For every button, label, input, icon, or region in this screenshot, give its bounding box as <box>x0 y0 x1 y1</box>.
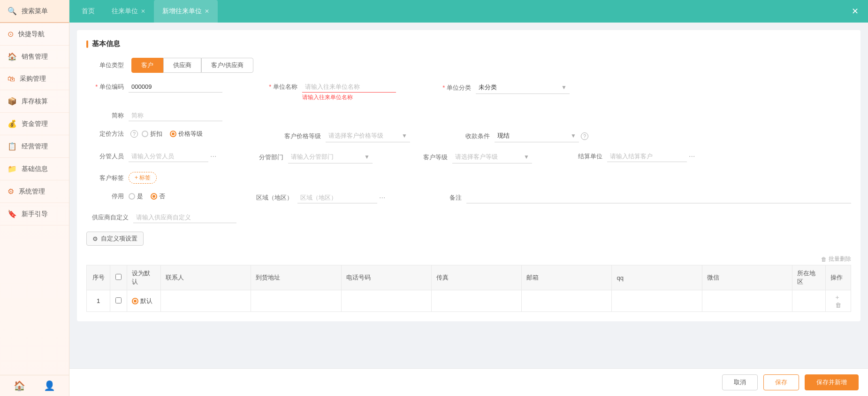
sidebar-item-guide[interactable]: 🔖 新手引导 <box>0 203 69 225</box>
row-fax-input[interactable] <box>436 295 517 306</box>
finance-icon: 💰 <box>8 119 17 128</box>
customer-price-level-select[interactable]: 请选择客户价格等级 ▼ <box>326 130 410 142</box>
row-checkbox[interactable] <box>115 297 122 303</box>
region-dots-btn[interactable]: ··· <box>379 194 385 202</box>
custom-settings-area: ⚙ 自定义项设置 <box>86 232 851 251</box>
cell-checkbox <box>110 290 127 312</box>
payment-terms-select[interactable]: 现结 ▼ <box>495 130 579 142</box>
sidebar-item-basic[interactable]: 📁 基础信息 <box>0 158 69 180</box>
unit-category-select[interactable]: 未分类 ▼ <box>476 81 570 94</box>
col-contact: 联系人 <box>160 265 251 290</box>
customer-level-arrow: ▼ <box>524 154 529 160</box>
save-new-button[interactable]: 保存并新增 <box>805 374 859 390</box>
section-title-text: 基本信息 <box>92 39 120 48</box>
cell-seq: 1 <box>87 290 110 312</box>
unit-btn-supplier[interactable]: 供应商 <box>163 58 201 73</box>
supplier-custom-input[interactable] <box>133 212 236 223</box>
row-add-btn[interactable]: ＋ <box>834 294 840 301</box>
search-icon: 🔍 <box>8 7 17 16</box>
disabled-radio-no[interactable]: 否 <box>151 192 165 201</box>
form-row-7: 供应商自定义 <box>86 212 851 223</box>
unit-code-input[interactable] <box>129 81 222 93</box>
tab-home[interactable]: 首页 <box>73 0 103 23</box>
col-default: 设为默认 <box>127 265 161 290</box>
row-qq-input[interactable] <box>617 295 697 306</box>
field-disabled: 停用 是 否 <box>86 192 236 201</box>
custom-settings-btn[interactable]: ⚙ 自定义项设置 <box>86 232 144 246</box>
row-address-input[interactable] <box>256 295 336 306</box>
unit-name-input[interactable] <box>302 81 396 93</box>
field-customer-price-level: 客户价格等级 请选择客户价格等级 ▼ <box>279 130 438 142</box>
manager-dots-btn[interactable]: ··· <box>210 152 216 161</box>
table-row: 1 默认 <box>87 290 851 312</box>
row-contact-input[interactable] <box>166 295 246 306</box>
col-wechat: 微信 <box>702 265 792 290</box>
guide-icon: 🔖 <box>8 210 17 218</box>
sidebar-item-system[interactable]: ⚙ 系统管理 <box>0 180 69 203</box>
tab-new-partner-close[interactable]: ✕ <box>205 8 209 15</box>
payment-terms-help-icon[interactable]: ? <box>581 132 588 140</box>
customer-price-level-label: 客户价格等级 <box>279 132 321 140</box>
sidebar-basic-label: 基础信息 <box>22 165 48 173</box>
row-email-input[interactable] <box>526 295 607 306</box>
col-address: 到货地址 <box>251 265 341 290</box>
field-supplier-custom: 供应商自定义 <box>86 212 265 223</box>
region-input[interactable] <box>297 192 377 203</box>
sidebar-item-operations[interactable]: 📋 经营管理 <box>0 135 69 158</box>
settlement-input[interactable] <box>607 151 687 162</box>
customer-price-level-placeholder: 请选择客户价格等级 <box>328 132 400 140</box>
header-checkbox[interactable] <box>115 274 122 280</box>
form-row-5: 客户标签 + 标签 <box>86 172 851 184</box>
main-area: 首页 往来单位 ✕ 新增往来单位 ✕ ✕ 基本信息 单位类型 客户 供应商 客户… <box>69 0 868 396</box>
sidebar-item-finance[interactable]: 💰 资金管理 <box>0 113 69 135</box>
col-email: 邮箱 <box>522 265 612 290</box>
settlement-dots-btn[interactable]: ··· <box>689 152 695 161</box>
window-close-btn[interactable]: ✕ <box>846 6 864 16</box>
row-default-radio[interactable]: 默认 <box>132 297 156 305</box>
pricing-radio-level-circle <box>170 131 176 137</box>
cell-contact <box>160 290 251 312</box>
pricing-help-icon[interactable]: ? <box>130 130 138 138</box>
sidebar-item-quick-nav[interactable]: ⊙ 快捷导航 <box>0 23 69 46</box>
unit-category-label: 单位分类 <box>434 84 471 92</box>
sidebar-item-sales[interactable]: 🏠 销售管理 <box>0 46 69 68</box>
customer-level-select[interactable]: 请选择客户等级 ▼ <box>452 151 532 163</box>
sidebar-item-search[interactable]: 🔍 搜索菜单 <box>0 0 69 23</box>
sidebar-finance-label: 资金管理 <box>22 120 48 128</box>
unit-btn-both[interactable]: 客户/供应商 <box>201 58 253 73</box>
sidebar-item-purchase[interactable]: 🛍 采购管理 <box>0 68 69 90</box>
sidebar-user-btn[interactable]: 👤 <box>44 380 55 391</box>
pricing-radio-group: 折扣 价格等级 <box>142 130 203 138</box>
save-button[interactable]: 保存 <box>763 374 799 390</box>
dept-select[interactable]: 请输入分管部门 ▼ <box>288 151 373 163</box>
row-wechat-input[interactable] <box>707 295 787 306</box>
field-tag: 客户标签 + 标签 <box>86 172 851 184</box>
manager-input[interactable] <box>129 151 208 162</box>
tab-partners[interactable]: 往来单位 ✕ <box>103 0 154 23</box>
cancel-button[interactable]: 取消 <box>722 374 758 390</box>
unit-btn-customer[interactable]: 客户 <box>131 58 163 73</box>
sidebar-item-inventory[interactable]: 📦 库存核算 <box>0 90 69 113</box>
cell-action: ＋ 🗑 <box>826 290 851 312</box>
tab-partners-close[interactable]: ✕ <box>141 8 145 15</box>
row-phone-input[interactable] <box>346 295 426 306</box>
remark-input[interactable] <box>466 192 851 203</box>
sidebar-home-btn[interactable]: 🏠 <box>14 380 25 391</box>
disabled-radio-yes[interactable]: 是 <box>129 192 143 201</box>
disabled-radio-no-circle <box>151 193 157 200</box>
disabled-label: 停用 <box>86 192 124 201</box>
disabled-radio-yes-circle <box>129 193 135 200</box>
tag-add-btn[interactable]: + 标签 <box>129 172 157 184</box>
pricing-radio-level[interactable]: 价格等级 <box>170 130 203 138</box>
gear-icon: ⚙ <box>92 235 98 242</box>
short-name-input[interactable] <box>129 110 222 121</box>
row-delete-btn[interactable]: 🗑 <box>835 302 841 309</box>
batch-delete-label[interactable]: 批量删除 <box>829 255 851 263</box>
pricing-radio-discount[interactable]: 折扣 <box>142 130 162 138</box>
tab-new-partner[interactable]: 新增往来单位 ✕ <box>154 0 218 23</box>
form-row-6: 停用 是 否 区域（地区） <box>86 192 851 203</box>
unit-code-label: 单位编码 <box>86 83 124 91</box>
cell-wechat <box>702 290 792 312</box>
short-name-label: 简称 <box>86 111 124 120</box>
basic-icon: 📁 <box>8 164 17 173</box>
